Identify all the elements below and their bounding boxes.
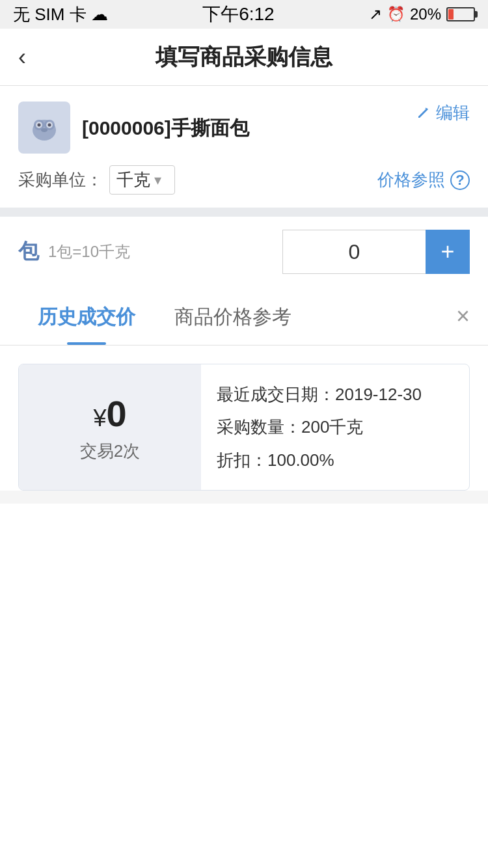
history-price: ¥0: [93, 392, 126, 435]
status-bar: 无 SIM 卡 ☁ 下午6:12 ↗ ⏰ 20%: [0, 0, 488, 29]
quantity-section: 包 1包=10千克 +: [0, 217, 488, 287]
page-title: 填写商品采购信息: [156, 42, 332, 72]
svg-point-5: [38, 124, 41, 127]
discount-label: 折扣：: [217, 450, 267, 470]
history-quantity-row: 采购数量：200千克: [217, 415, 454, 439]
tabs-header: 历史成交价 商品价格参考 ×: [0, 287, 488, 346]
status-left: 无 SIM 卡 ☁: [13, 3, 108, 26]
edit-button[interactable]: 编辑: [416, 102, 470, 124]
empty-space: [0, 504, 488, 868]
edit-icon: [416, 106, 431, 120]
quantity-input-group: +: [282, 230, 470, 274]
tab-history-price[interactable]: 历史成交价: [18, 287, 155, 345]
battery-percent: 20%: [410, 5, 441, 23]
nav-bar: ‹ 填写商品采购信息: [0, 29, 488, 86]
history-card-left: ¥0 交易2次: [19, 364, 201, 490]
location-icon: ↗: [369, 5, 382, 23]
svg-point-6: [48, 124, 51, 127]
history-discount-row: 折扣：100.00%: [217, 448, 454, 472]
section-divider: [0, 208, 488, 217]
product-logo: [18, 102, 70, 154]
status-time: 下午6:12: [202, 2, 275, 27]
tab-product-price-ref[interactable]: 商品价格参考: [155, 287, 311, 345]
history-card: ¥0 交易2次 最近成交日期：2019-12-30 采购数量：200千克 折扣：…: [18, 364, 470, 491]
date-value: 2019-12-30: [335, 385, 422, 404]
tabs-section: 历史成交价 商品价格参考 × ¥0 交易2次 最近成交日期：2019-12-30…: [0, 287, 488, 491]
quantity-plus-button[interactable]: +: [426, 230, 470, 274]
unit-label: 采购单位：: [18, 169, 103, 191]
dropdown-arrow-icon: ▾: [154, 172, 161, 189]
alarm-icon: ⏰: [387, 6, 405, 23]
unit-select[interactable]: 千克 ▾: [109, 165, 175, 195]
product-section: [0000006]手撕面包 编辑 采购单位： 千克 ▾ 价格参照 ?: [0, 86, 488, 208]
svg-point-7: [41, 128, 47, 132]
status-right: ↗ ⏰ 20%: [369, 5, 475, 23]
battery-icon: [446, 7, 475, 21]
unit-left: 采购单位： 千克 ▾: [18, 165, 175, 195]
quantity-input[interactable]: [282, 230, 426, 274]
back-button[interactable]: ‹: [18, 44, 26, 71]
product-logo-image: [27, 111, 61, 144]
logo-svg: [27, 111, 61, 144]
history-trade-count: 交易2次: [80, 440, 140, 463]
date-label: 最近成交日期：: [217, 385, 335, 404]
tabs-close-button[interactable]: ×: [437, 290, 470, 343]
quantity-conversion: 1包=10千克: [48, 241, 130, 262]
product-name: [0000006]手撕面包: [82, 115, 249, 141]
help-icon: ?: [450, 170, 470, 190]
history-card-right: 最近成交日期：2019-12-30 采购数量：200千克 折扣：100.00%: [201, 364, 469, 490]
product-unit-row: 采购单位： 千克 ▾ 价格参照 ?: [18, 165, 470, 195]
history-date-row: 最近成交日期：2019-12-30: [217, 383, 454, 406]
price-value: 0: [106, 393, 126, 434]
quantity-label-text: 采购数量：: [217, 417, 301, 437]
product-header: [0000006]手撕面包 编辑: [18, 102, 470, 154]
quantity-label: 包 1包=10千克: [18, 237, 130, 266]
discount-value: 100.00%: [267, 450, 334, 470]
price-symbol: ¥: [93, 405, 106, 431]
price-ref-button[interactable]: 价格参照 ?: [377, 169, 470, 191]
price-ref-label: 价格参照: [377, 169, 445, 191]
sim-label: 无 SIM 卡 ☁: [13, 3, 108, 26]
quantity-value: 200千克: [301, 417, 363, 437]
product-left: [0000006]手撕面包: [18, 102, 249, 154]
quantity-unit-badge: 包: [18, 237, 39, 266]
unit-value: 千克: [116, 169, 150, 191]
